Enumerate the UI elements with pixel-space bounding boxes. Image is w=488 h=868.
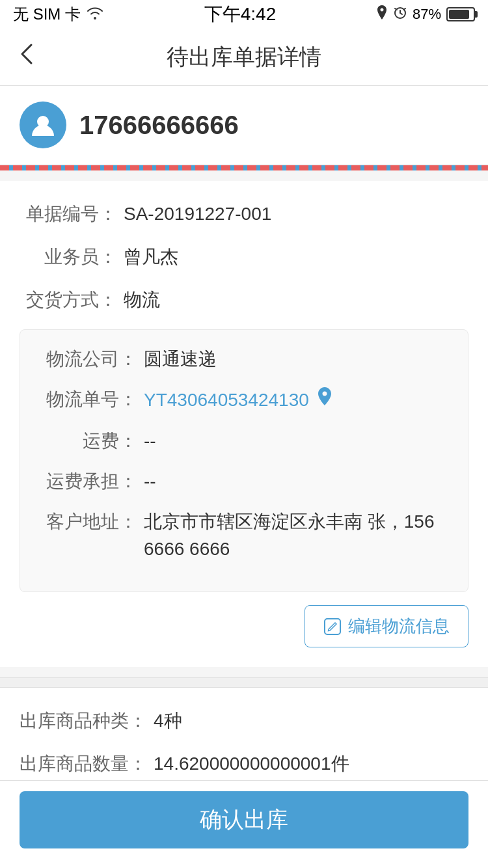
logistics-company-label: 物流公司： [40,346,144,373]
battery-icon [446,7,475,21]
salesman-row: 业务员： 曾凡杰 [20,243,468,271]
salesman-label: 业务员： [20,243,124,271]
carrier-label: 无 SIM 卡 [13,4,81,25]
user-header: 17666666666 [0,86,488,164]
product-types-value: 4种 [154,707,468,735]
freight-row: 运费： -- [40,427,448,455]
freight-value: -- [144,427,448,455]
delivery-type-value: 物流 [124,286,468,314]
status-bar: 无 SIM 卡 下午4:42 87% [0,0,488,29]
tracking-no-label: 物流单号： [40,386,144,413]
confirm-btn-wrap: 确认出库 [0,780,488,868]
user-phone: 17666666666 [79,111,239,140]
tracking-no-value[interactable]: YT43064053424130 [144,386,448,414]
freight-bearer-label: 运费承担： [40,468,144,495]
product-quantity-row: 出库商品数量： 14.620000000000001件 [20,750,468,778]
avatar [20,102,66,148]
logistics-company-value: 圆通速递 [144,346,448,373]
edit-btn-wrap: 编辑物流信息 [20,605,468,647]
alarm-icon [393,5,407,23]
nav-bar: 待出库单据详情 [0,29,488,86]
location-icon[interactable] [314,386,335,414]
product-types-row: 出库商品种类： 4种 [20,707,468,735]
product-quantity-value: 14.620000000000001件 [154,750,468,778]
delivery-type-row: 交货方式： 物流 [20,286,468,314]
status-right: 87% [376,5,475,23]
wifi-icon [86,5,104,23]
dashed-divider [0,165,488,170]
order-no-label: 单据编号： [20,200,124,228]
order-info-section: 单据编号： SA-20191227-001 业务员： 曾凡杰 交货方式： 物流 … [0,181,488,667]
freight-bearer-row: 运费承担： -- [40,468,448,495]
page-title: 待出库单据详情 [167,42,321,72]
confirm-outbound-button[interactable]: 确认出库 [20,791,468,848]
freight-bearer-value: -- [144,468,448,495]
product-quantity-label: 出库商品数量： [20,750,154,778]
order-no-row: 单据编号： SA-20191227-001 [20,200,468,228]
back-button[interactable] [20,42,34,72]
svg-rect-2 [325,619,340,634]
product-types-label: 出库商品种类： [20,707,154,735]
customer-address-label: 客户地址： [40,508,144,536]
section-separator [0,677,488,688]
salesman-value: 曾凡杰 [124,243,468,271]
battery-percent: 87% [413,6,441,23]
status-time: 下午4:42 [204,2,277,27]
customer-address-row: 客户地址： 北京市市辖区海淀区永丰南 张，156 6666 6666 [40,508,448,563]
edit-icon [323,617,342,636]
logistics-card: 物流公司： 圆通速递 物流单号： YT43064053424130 运费： --… [20,329,468,592]
logistics-company-row: 物流公司： 圆通速递 [40,346,448,373]
freight-label: 运费： [40,427,144,455]
edit-logistics-button[interactable]: 编辑物流信息 [305,605,468,647]
tracking-no-row: 物流单号： YT43064053424130 [40,386,448,414]
customer-address-value: 北京市市辖区海淀区永丰南 张，156 6666 6666 [144,508,448,563]
order-no-value: SA-20191227-001 [124,200,468,228]
gps-icon [376,5,388,23]
status-left: 无 SIM 卡 [13,4,104,25]
delivery-type-label: 交货方式： [20,286,124,314]
